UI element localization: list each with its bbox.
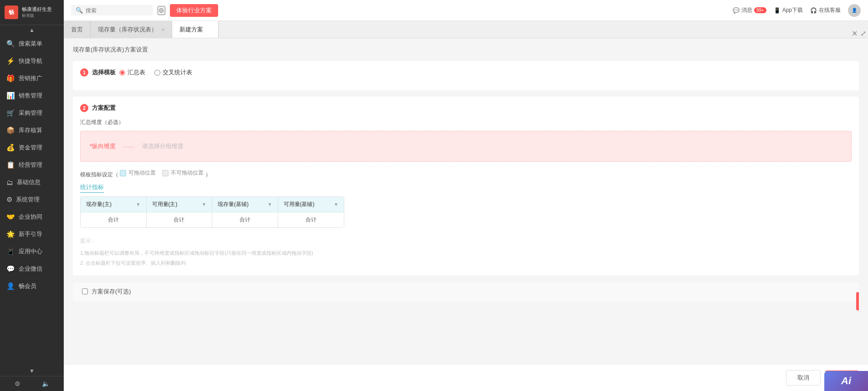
- speaker-icon[interactable]: 🔈: [42, 380, 50, 387]
- settings-icon[interactable]: ⚙: [15, 380, 20, 387]
- tab-new-plan-label: 新建方案: [179, 26, 203, 34]
- sidebar-scroll-down[interactable]: ▼: [0, 366, 64, 376]
- resize-handle[interactable]: [856, 292, 859, 310]
- radio-cross[interactable]: 交叉统计表: [154, 68, 192, 77]
- stats-section: 统计指标 现存量(主)▼可用量(主)▼现存量(基辅)▼可用量(基辅)▼ 合计合计…: [80, 183, 852, 228]
- sidebar-icon-3: 📊: [6, 92, 15, 100]
- stats-col-1[interactable]: 可用量(主)▼: [147, 197, 213, 212]
- tip-item-2: 2. 点击标题栏下拉可设置排序、插入列和删除列: [80, 258, 852, 268]
- sidebar-label-4: 采购管理: [19, 109, 42, 117]
- sidebar-item-5[interactable]: 📦库存核算: [0, 122, 64, 139]
- sidebar-icon-7: 📋: [6, 161, 15, 169]
- draggable-label: 可拖动位置: [128, 169, 156, 177]
- sidebar-icon-8: 🗂: [6, 179, 13, 186]
- sidebar-item-0[interactable]: 🔍搜索菜单: [0, 35, 64, 52]
- sidebar-item-7[interactable]: 📋经营管理: [0, 156, 64, 174]
- chevron-down-icon-1[interactable]: ▼: [202, 202, 206, 207]
- sidebar-item-1[interactable]: ⚡快捷导航: [0, 52, 64, 70]
- radio-cross-label: 交叉统计表: [163, 68, 192, 77]
- dimension-section: 汇总维度（必选） *纵向维度 —— 请选择分组维度: [80, 118, 852, 162]
- sidebar-label-8: 基础信息: [17, 178, 41, 186]
- radio-cross-input[interactable]: [154, 70, 160, 76]
- search-input[interactable]: [86, 7, 140, 14]
- sidebar-icon-6: 💰: [6, 144, 15, 152]
- sidebar-icon-0: 🔍: [6, 40, 15, 48]
- stats-label: 统计指标: [80, 183, 104, 193]
- online-service-item[interactable]: 🎧 在线客服: [810, 6, 841, 14]
- sidebar-icon-11: 🌟: [6, 230, 15, 238]
- ai-label: Ai: [841, 375, 851, 387]
- tab-new-plan-close[interactable]: ×: [208, 27, 210, 32]
- stats-col-label-1: 可用量(主): [152, 201, 178, 208]
- window-close-btn[interactable]: ✕: [852, 29, 858, 38]
- sidebar-icon-13: 💬: [6, 265, 15, 273]
- user-avatar[interactable]: 👤: [848, 4, 861, 17]
- tip-item-1: 1.拖动标题栏可以调整布局，不可跨维度或指标区域拖动标目字段(只能在同一维度或指…: [80, 248, 852, 258]
- sidebar-bottom: ⚙ 🔈: [0, 376, 64, 391]
- tab-inventory[interactable]: 现存量（库存状况表） ×: [91, 21, 172, 38]
- tabs-bar: 首页 现存量（库存状况表） × 新建方案 × ✕ ⤢: [64, 21, 868, 38]
- ai-badge[interactable]: Ai: [824, 371, 868, 391]
- dimension-box[interactable]: *纵向维度 —— 请选择分组维度: [80, 131, 852, 162]
- online-service-label: 在线客服: [819, 6, 841, 14]
- stats-cell-3: 合计: [278, 212, 344, 227]
- radio-summary-label: 汇总表: [128, 68, 145, 77]
- window-expand-btn[interactable]: ⤢: [860, 29, 866, 38]
- app-download-label: App下载: [782, 6, 803, 14]
- tab-home-label: 首页: [71, 26, 83, 34]
- chevron-down-icon-3[interactable]: ▼: [334, 202, 338, 207]
- sidebar-item-14[interactable]: 👤畅会员: [0, 278, 64, 295]
- tab-inventory-close[interactable]: ×: [162, 27, 164, 32]
- stats-col-2[interactable]: 现存量(基辅)▼: [212, 197, 278, 212]
- content-area: 现存量(库存状况表)方案设置 1 选择模板 汇总表 交叉统计表: [64, 38, 868, 364]
- sidebar-icon-10: 🤝: [6, 213, 15, 221]
- dimension-title: 汇总维度（必选）: [80, 118, 852, 126]
- stats-cell-2: 合计: [212, 212, 278, 227]
- radio-summary[interactable]: 汇总表: [119, 68, 145, 77]
- sidebar-item-6[interactable]: 💰资金管理: [0, 139, 64, 156]
- template-radio-group: 汇总表 交叉统计表: [119, 68, 192, 77]
- gear-icon[interactable]: ⚙: [158, 6, 165, 15]
- sidebar-icon-14: 👤: [6, 282, 15, 290]
- tab-home[interactable]: 首页: [64, 21, 91, 38]
- sidebar-icon-9: ⚙: [6, 196, 12, 204]
- search-bar[interactable]: 🔍: [71, 5, 153, 15]
- sidebar-scroll-up[interactable]: ▲: [0, 25, 64, 35]
- indicator-settings: 模板指标设定（ 可拖动位置 不可拖动位置 ） 统计指标: [80, 169, 852, 268]
- industry-btn[interactable]: 体验行业方案: [170, 4, 218, 17]
- cancel-button[interactable]: 取消: [786, 370, 821, 386]
- radio-summary-input[interactable]: [119, 70, 125, 76]
- logo-name: 畅康通好生意: [22, 6, 52, 13]
- sidebar: 畅 畅康通好生意 标准版 ▲ 🔍搜索菜单⚡快捷导航🎁营销推广📊销售管理🛒采购管理…: [0, 0, 64, 391]
- sidebar-item-2[interactable]: 🎁营销推广: [0, 70, 64, 87]
- sidebar-label-3: 销售管理: [19, 92, 42, 100]
- app-download-item[interactable]: 📱 App下载: [774, 6, 803, 14]
- messages-item[interactable]: 💬 消息 99+: [733, 6, 766, 14]
- indicator-label: 模板指标设定（ 可拖动位置 不可拖动位置 ）: [80, 169, 852, 179]
- chevron-down-icon-0[interactable]: ▼: [136, 202, 141, 207]
- sidebar-item-9[interactable]: ⚙系统管理: [0, 191, 64, 208]
- sidebar-item-10[interactable]: 🤝企业协同: [0, 208, 64, 226]
- stats-col-0[interactable]: 现存量(主)▼: [81, 197, 147, 212]
- window-controls: ✕ ⤢: [852, 29, 868, 38]
- stats-col-3[interactable]: 可用量(基辅)▼: [278, 197, 344, 212]
- step1-header: 1 选择模板 汇总表 交叉统计表: [80, 68, 852, 77]
- sidebar-item-3[interactable]: 📊销售管理: [0, 87, 64, 104]
- sidebar-label-12: 应用中心: [19, 247, 42, 256]
- sidebar-item-12[interactable]: 📱应用中心: [0, 243, 64, 260]
- footer: 取消 查询: [64, 364, 868, 391]
- sidebar-item-8[interactable]: 🗂基础信息: [0, 174, 64, 191]
- logo-edition: 标准版: [22, 13, 52, 19]
- sidebar-item-4[interactable]: 🛒采购管理: [0, 104, 64, 122]
- tab-new-plan[interactable]: 新建方案 ×: [172, 21, 218, 38]
- stats-col-label-2: 现存量(基辅): [218, 201, 249, 208]
- sidebar-label-11: 新手引导: [19, 230, 42, 238]
- dim-placeholder[interactable]: 请选择分组维度: [142, 142, 184, 150]
- chevron-down-icon-2[interactable]: ▼: [268, 202, 272, 207]
- sidebar-item-11[interactable]: 🌟新手引导: [0, 226, 64, 243]
- message-icon: 💬: [733, 7, 740, 14]
- save-checkbox[interactable]: [82, 288, 88, 294]
- step2-badge: 2: [80, 104, 88, 112]
- sidebar-item-13[interactable]: 💬企业微信: [0, 260, 64, 278]
- step1-section: 1 选择模板 汇总表 交叉统计表: [73, 61, 859, 90]
